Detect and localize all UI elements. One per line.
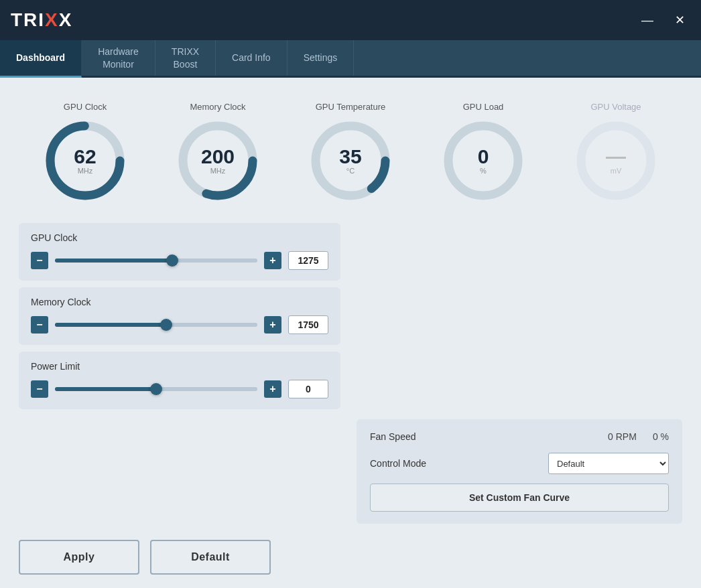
gauge-gpu-clock: GPU Clock 62 MHz [42,102,129,204]
gauge-memory-clock-value: 200 [201,147,235,167]
gauge-gpu-temp-unit: °C [339,167,361,175]
tab-settings[interactable]: Settings [288,40,355,76]
gauge-memory-clock-donut: 200 MHz [174,117,261,204]
slider-memory-clock-row: − + 1750 [31,315,328,334]
slider-memory-clock-increment[interactable]: + [264,316,281,334]
fan-speed-row: Fan Speed 0 RPM 0 % [370,431,669,442]
fan-speed-label: Fan Speed [370,431,416,442]
logo-text: TRIXX [11,9,72,31]
slider-gpu-clock-increment[interactable]: + [264,252,281,269]
tab-card-info[interactable]: Card Info [216,40,288,76]
control-mode-select[interactable]: Default Manual Auto [548,453,669,474]
slider-power-limit-value[interactable]: 0 [288,380,328,398]
gauges-row: GPU Clock 62 MHz Memory Clock [19,94,682,212]
slider-gpu-clock-track[interactable] [55,259,257,263]
gauge-gpu-clock-label: GPU Clock [64,102,107,112]
slider-power-limit-decrement[interactable]: − [31,380,48,398]
control-mode-label: Control Mode [370,458,426,469]
title-bar: TRIXX — ✕ [0,0,701,40]
main-content: GPU Clock 62 MHz Memory Clock [0,78,701,588]
slider-group-gpu-clock: GPU Clock − + 1275 [19,223,340,281]
fan-speed-values: 0 RPM 0 % [608,431,669,442]
tab-hardware-monitor[interactable]: HardwareMonitor [82,40,155,76]
slider-power-limit-label: Power Limit [31,361,328,372]
gauge-gpu-clock-unit: MHz [74,167,96,175]
bottom-buttons: Apply Default [19,540,682,575]
title-controls: — ✕ [636,11,690,29]
fan-speed-rpm: 0 RPM [608,431,637,442]
gauge-gpu-voltage: GPU Voltage — mV [572,102,659,204]
close-button[interactable]: ✕ [670,11,690,29]
gauge-memory-clock-label: Memory Clock [190,102,245,112]
gauge-gpu-voltage-donut: — mV [572,117,659,204]
slider-memory-clock-value[interactable]: 1750 [288,315,328,334]
fan-panel: Fan Speed 0 RPM 0 % Control Mode Default… [357,223,682,529]
slider-memory-clock-decrement[interactable]: − [31,316,48,334]
gauge-gpu-load: GPU Load 0 % [440,102,527,204]
default-button[interactable]: Default [150,540,271,575]
nav-tabs: Dashboard HardwareMonitor TRIXXBoost Car… [0,40,701,78]
gauge-memory-clock-unit: MHz [201,167,235,175]
slider-gpu-clock-label: GPU Clock [31,232,328,243]
gauge-gpu-load-donut: 0 % [440,117,527,204]
apply-button[interactable]: Apply [19,540,139,575]
app-logo: TRIXX [11,9,72,31]
gauge-gpu-load-label: GPU Load [463,102,504,112]
gauge-gpu-voltage-label: GPU Voltage [590,102,641,112]
minimize-button[interactable]: — [636,11,659,29]
slider-power-limit-row: − + 0 [31,380,328,398]
gauge-gpu-temp-value: 35 [339,147,361,167]
gauge-gpu-voltage-value: — [606,147,626,167]
control-mode-row: Control Mode Default Manual Auto [370,453,669,474]
slider-memory-clock-label: Memory Clock [31,297,328,307]
slider-gpu-clock-row: − + 1275 [31,251,328,270]
gauge-gpu-temp: GPU Temperature 35 °C [307,102,394,204]
set-fan-curve-button[interactable]: Set Custom Fan Curve [370,484,669,512]
slider-gpu-clock-value[interactable]: 1275 [288,251,328,270]
slider-group-power-limit: Power Limit − + 0 [19,352,340,409]
gauge-gpu-voltage-unit: mV [606,167,626,175]
gauge-gpu-clock-value: 62 [74,147,96,167]
controls-area: GPU Clock − + 1275 Memory Clock − [19,223,682,529]
gauge-gpu-clock-donut: 62 MHz [42,117,129,204]
slider-power-limit-increment[interactable]: + [264,380,281,398]
gauge-gpu-temp-label: GPU Temperature [316,102,386,112]
gauge-gpu-load-value: 0 [478,147,489,167]
tab-dashboard[interactable]: Dashboard [0,40,82,78]
sliders-panel: GPU Clock − + 1275 Memory Clock − [19,223,340,529]
slider-gpu-clock-decrement[interactable]: − [31,252,48,269]
fan-info-box: Fan Speed 0 RPM 0 % Control Mode Default… [357,419,682,524]
slider-group-memory-clock: Memory Clock − + 1750 [19,287,340,345]
gauge-memory-clock: Memory Clock 200 MHz [174,102,261,204]
slider-memory-clock-track[interactable] [55,323,257,327]
gauge-gpu-load-unit: % [478,167,489,175]
gauge-gpu-temp-donut: 35 °C [307,117,394,204]
slider-power-limit-track[interactable] [55,387,257,391]
tab-trixx-boost[interactable]: TRIXXBoost [155,40,216,76]
fan-speed-pct: 0 % [653,431,669,442]
